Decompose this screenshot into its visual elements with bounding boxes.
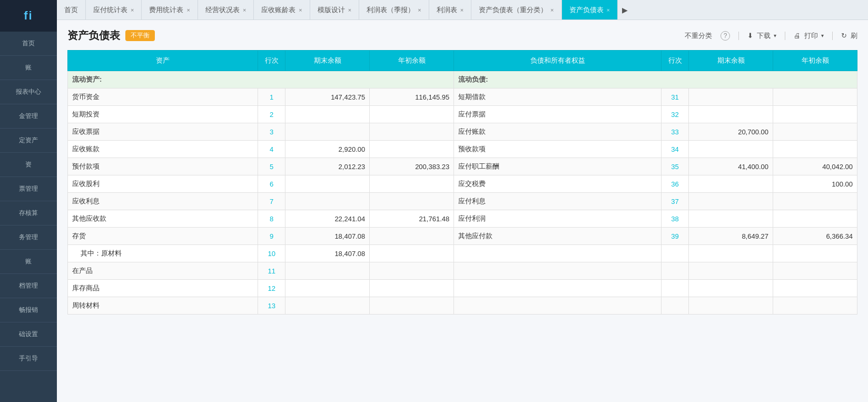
table-row: 短期投资 2 应付票据 32 bbox=[68, 106, 857, 123]
left-name-cell: 应收账款 bbox=[68, 141, 258, 158]
table-row: 在产品 11 bbox=[68, 262, 857, 280]
help-icon[interactable]: ? bbox=[721, 31, 730, 41]
tab-balance[interactable]: 资产负债表 × bbox=[562, 0, 618, 20]
close-tab-ap-stats[interactable]: × bbox=[131, 7, 134, 13]
sidebar-item-investment[interactable]: 资 bbox=[0, 153, 57, 177]
right-name-cell bbox=[454, 280, 662, 297]
sidebar-item-ticket-management[interactable]: 票管理 bbox=[0, 177, 57, 201]
right-row-num-cell: 39 bbox=[662, 228, 689, 245]
right-begin-balance-cell bbox=[773, 123, 857, 141]
sidebar-item-guide[interactable]: 手引导 bbox=[0, 347, 57, 371]
left-name-cell: 存货 bbox=[68, 228, 258, 245]
no-reclassify-btn[interactable]: 不重分类 bbox=[685, 31, 712, 41]
download-icon: ⬇ bbox=[747, 32, 753, 40]
left-row-num-cell: 1 bbox=[258, 89, 285, 106]
col-header-begin-balance-right: 年初余额 bbox=[773, 51, 857, 71]
close-tab-expense-stats[interactable]: × bbox=[186, 7, 190, 13]
tab-balance-reclassify[interactable]: 资产负债表（重分类） × bbox=[471, 0, 561, 20]
left-row-num-cell: 6 bbox=[258, 175, 285, 193]
tab-ap-stats[interactable]: 应付统计表 × bbox=[86, 0, 142, 20]
right-begin-balance-cell bbox=[773, 262, 857, 280]
close-tab-balance-reclassify[interactable]: × bbox=[550, 7, 554, 13]
table-row: 周转材料 13 bbox=[68, 297, 857, 315]
left-end-balance-cell bbox=[285, 297, 370, 315]
right-name-cell bbox=[454, 262, 662, 280]
right-name-cell bbox=[454, 297, 662, 315]
left-begin-balance-cell bbox=[370, 106, 454, 123]
tab-profit[interactable]: 利润表 × bbox=[429, 0, 471, 20]
left-begin-balance-cell bbox=[370, 262, 454, 280]
sidebar-item-business-management[interactable]: 务管理 bbox=[0, 225, 57, 250]
toolbar-divider-1 bbox=[738, 32, 739, 40]
col-header-asset: 资产 bbox=[68, 51, 258, 71]
right-end-balance-cell bbox=[689, 106, 773, 123]
left-end-balance-cell: 18,407.08 bbox=[285, 228, 370, 245]
right-begin-balance-cell bbox=[773, 297, 857, 315]
table-row: 应收票据 3 应付账款 33 20,700.00 bbox=[68, 123, 857, 141]
sidebar-logo: fi bbox=[0, 0, 57, 32]
sidebar-item-inventory-calc[interactable]: 存核算 bbox=[0, 201, 57, 225]
table-row: 应收股利 6 应交税费 36 100.00 bbox=[68, 175, 857, 193]
section-label-right: 流动负债: bbox=[454, 71, 857, 89]
sidebar-item-file-management[interactable]: 档管理 bbox=[0, 274, 57, 298]
left-row-num-cell: 11 bbox=[258, 262, 285, 280]
left-row-num-cell: 3 bbox=[258, 123, 285, 141]
table-section-row: 流动资产: 流动负债: bbox=[68, 71, 857, 89]
col-header-end-balance-left: 期末余额 bbox=[285, 51, 370, 71]
sidebar-item-sales[interactable]: 畅报销 bbox=[0, 298, 57, 322]
left-end-balance-cell bbox=[285, 106, 370, 123]
close-tab-ar-aging[interactable]: × bbox=[299, 7, 302, 13]
table-row: 应收账款 4 2,920.00 预收款项 34 bbox=[68, 141, 857, 158]
tab-template-design[interactable]: 模版设计 × bbox=[310, 0, 359, 20]
left-end-balance-cell: 147,423.75 bbox=[285, 89, 370, 106]
right-row-num-cell bbox=[662, 297, 689, 315]
right-name-cell: 其他应付款 bbox=[454, 228, 662, 245]
table-row: 货币资金 1 147,423.75 116,145.95 短期借款 31 bbox=[68, 89, 857, 106]
print-icon: 🖨 bbox=[794, 32, 801, 40]
left-end-balance-cell: 22,241.04 bbox=[285, 210, 370, 228]
sidebar-item-report-center[interactable]: 报表中心 bbox=[0, 80, 57, 104]
left-row-num-cell: 7 bbox=[258, 193, 285, 210]
right-row-num-cell: 34 bbox=[662, 141, 689, 158]
left-name-cell: 在产品 bbox=[68, 262, 258, 280]
close-tab-operation-status[interactable]: × bbox=[243, 7, 246, 13]
right-name-cell: 应付票据 bbox=[454, 106, 662, 123]
sidebar-item-fund-management[interactable]: 金管理 bbox=[0, 104, 57, 129]
left-name-cell: 库存商品 bbox=[68, 280, 258, 297]
right-end-balance-cell: 20,700.00 bbox=[689, 123, 773, 141]
close-tab-balance[interactable]: × bbox=[607, 7, 610, 13]
sidebar-item-ledger[interactable]: 账 bbox=[0, 250, 57, 274]
right-name-cell: 应付账款 bbox=[454, 123, 662, 141]
sidebar-item-fixed-assets[interactable]: 定资产 bbox=[0, 129, 57, 153]
right-name-cell: 应付职工薪酬 bbox=[454, 158, 662, 175]
right-end-balance-cell bbox=[689, 280, 773, 297]
close-tab-profit[interactable]: × bbox=[460, 7, 463, 13]
right-begin-balance-cell bbox=[773, 193, 857, 210]
right-begin-balance-cell: 100.00 bbox=[773, 175, 857, 193]
download-btn[interactable]: ⬇ 下载 ▾ bbox=[747, 31, 776, 41]
toolbar-divider-2 bbox=[785, 32, 785, 40]
left-row-num-cell: 4 bbox=[258, 141, 285, 158]
sidebar: fi 首页 账 报表中心 金管理 定资产 资 票管理 存核算 务管理 账 档管理… bbox=[0, 0, 57, 402]
sidebar-item-home[interactable]: 首页 bbox=[0, 32, 57, 56]
close-tab-template-design[interactable]: × bbox=[348, 7, 351, 13]
tab-home[interactable]: 首页 bbox=[57, 0, 86, 20]
balance-sheet-table: 资产 行次 期末余额 年初余额 负债和所有者权益 行次 期末余额 年初余额 流动… bbox=[67, 50, 857, 315]
tab-expense-stats[interactable]: 费用统计表 × bbox=[142, 0, 198, 20]
right-end-balance-cell bbox=[689, 297, 773, 315]
tab-operation-status[interactable]: 经营状况表 × bbox=[198, 0, 254, 20]
col-header-liability: 负债和所有者权益 bbox=[454, 51, 662, 71]
right-begin-balance-cell bbox=[773, 245, 857, 262]
close-tab-profit-quarterly[interactable]: × bbox=[418, 7, 421, 13]
print-btn[interactable]: 🖨 打印 ▾ bbox=[794, 31, 824, 41]
tab-ar-aging[interactable]: 应收账龄表 × bbox=[254, 0, 310, 20]
refresh-btn[interactable]: ↻ 刷 bbox=[841, 31, 857, 41]
sidebar-item-basic-settings[interactable]: 础设置 bbox=[0, 322, 57, 347]
table-row: 预付款项 5 2,012.23 200,383.23 应付职工薪酬 35 41,… bbox=[68, 158, 857, 175]
right-row-num-cell: 31 bbox=[662, 89, 689, 106]
tab-profit-quarterly[interactable]: 利润表（季报） × bbox=[359, 0, 429, 20]
sidebar-item-accounts-payable[interactable]: 账 bbox=[0, 56, 57, 80]
content-area: 资产负债表 不平衡 不重分类 ? ⬇ 下载 ▾ 🖨 打印 ▾ bbox=[57, 20, 868, 402]
left-name-cell: 短期投资 bbox=[68, 106, 258, 123]
tab-scroll-arrow[interactable]: ▶ bbox=[618, 6, 632, 14]
